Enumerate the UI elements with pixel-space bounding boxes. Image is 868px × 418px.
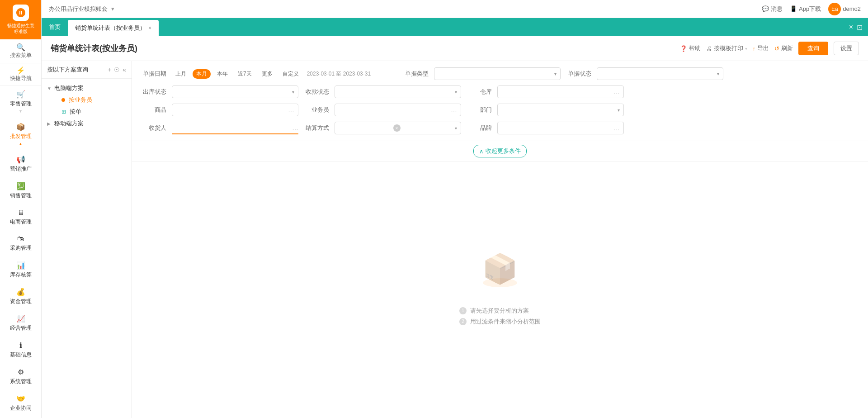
warehouse-label: 仓库 (467, 88, 492, 96)
settings-button[interactable]: 设置 (834, 42, 859, 55)
filter-area: 单据日期 上月 本月 本年 近7天 更多 自定义 2023-03-01 至 20… (132, 61, 868, 141)
sidebar-item-sales[interactable]: 💹 销售管理 (0, 177, 41, 204)
date-tab-this-month[interactable]: 本月 (193, 69, 211, 79)
date-tab-7days[interactable]: 近7天 (234, 69, 255, 79)
filter-row-2: 出库状态 ▾ 收款状态 ▾ 仓库 … (141, 86, 859, 98)
add-scheme-btn[interactable]: + (108, 66, 111, 73)
message-icon: 💬 (762, 5, 769, 12)
left-panel-title: 按以下方案查询 (47, 66, 88, 74)
tab-home[interactable]: 首页 (42, 18, 68, 36)
avatar: Ea (828, 3, 841, 15)
consignee-input-area[interactable]: … (172, 122, 298, 134)
sidebar-item-search-menu[interactable]: 🔍 搜索菜单 (0, 39, 41, 63)
settlement-dropdown[interactable]: × ▾ (335, 122, 461, 134)
date-tab-custom[interactable]: 自定义 (279, 69, 302, 79)
left-panel: 按以下方案查询 + ☉ « ▼ 电脑端方案 按业务员 (42, 61, 132, 418)
department-dropdown[interactable]: ▾ (497, 104, 624, 116)
sidebar-item-basic-info[interactable]: ℹ 基础信息 (0, 337, 41, 363)
warehouse-dropdown[interactable]: … (497, 86, 624, 98)
page-content: 销货单统计表(按业务员) ❓ 帮助 🖨 按模板打印 ▾ ↑ 导出 ↺ 刷新 (42, 36, 868, 418)
sidebar-item-purchase[interactable]: 🛍 采购管理 (0, 230, 41, 256)
tree-node-mobile[interactable]: ▶ 移动端方案 (42, 118, 132, 129)
help-icon: ❓ (680, 45, 687, 52)
tab-close-all-btn[interactable]: × (849, 23, 853, 31)
message-btn[interactable]: 💬 消息 (762, 5, 783, 13)
warehouse-dots-icon[interactable]: … (613, 88, 620, 95)
brand-dots-icon[interactable]: … (613, 124, 620, 132)
goods-dropdown[interactable]: … (172, 104, 298, 116)
sidebar-item-marketing[interactable]: 📢 营销推广 (0, 151, 41, 177)
department-label: 部门 (467, 106, 492, 114)
settlement-arrow-icon: ▾ (455, 126, 457, 131)
doc-type-arrow-icon: ▾ (554, 71, 557, 76)
sidebar-item-enterprise[interactable]: 🤝 企业协同 (0, 390, 41, 417)
receive-status-label: 收款状态 (304, 88, 329, 96)
user-name: demo2 (843, 5, 861, 12)
query-button[interactable]: 查询 (798, 42, 828, 55)
edit-scheme-btn[interactable]: ☉ (114, 66, 120, 73)
tab-sales-report-label: 销货单统计表（按业务员） (75, 24, 146, 32)
salesman-dots-icon[interactable]: … (451, 106, 457, 114)
receive-status-dropdown[interactable]: ▾ (335, 86, 461, 98)
breadcrumb-dropdown-icon[interactable]: ▾ (111, 5, 114, 12)
doc-type-dropdown[interactable]: ▾ (434, 67, 561, 80)
consignee-label: 收货人 (141, 124, 166, 132)
tab-close-btn[interactable]: × (148, 25, 151, 31)
receive-status-arrow-icon: ▾ (455, 90, 457, 95)
tree-node-by-order[interactable]: ⊞ 按单 (42, 106, 132, 118)
breadcrumb-text: 办公用品行业模拟账套 (49, 5, 108, 13)
collapse-btn[interactable]: ∧ 收起更多条件 (473, 145, 527, 157)
tree-label-mobile: 移动端方案 (54, 119, 84, 128)
tree-node-by-salesman[interactable]: 按业务员 (42, 94, 132, 106)
doc-type-label: 单据类型 (403, 70, 429, 78)
refresh-btn[interactable]: ↺ 刷新 (774, 44, 793, 52)
export-btn[interactable]: ↑ 导出 (753, 44, 769, 52)
template-print-btn[interactable]: 🖨 按模板打印 ▾ (706, 44, 747, 52)
sidebar-item-quick-nav[interactable]: ⚡ 快捷导航 (0, 63, 41, 86)
date-control: 上月 本月 本年 近7天 更多 自定义 2023-03-01 至 2023-03… (172, 69, 398, 79)
out-status-label: 出库状态 (141, 88, 166, 96)
sidebar-item-ecommerce[interactable]: 🖥 电商管理 (0, 204, 41, 230)
sidebar-item-wholesale[interactable]: 📦 批发管理 ▲ (0, 118, 41, 151)
tree-node-desktop[interactable]: ▼ 电脑端方案 (42, 82, 132, 94)
tab-bar: 首页 销货单统计表（按业务员） × × ⊡ (42, 18, 868, 36)
date-tab-more[interactable]: 更多 (258, 69, 276, 79)
inventory-icon: 📊 (16, 261, 25, 270)
sidebar-item-inventory[interactable]: 📊 库存核算 (0, 256, 41, 283)
out-status-dropdown[interactable]: ▾ (172, 86, 298, 98)
by-order-icon: ⊞ (61, 109, 66, 115)
filter-row-4: 收货人 … 结算方式 × ▾ 品牌 (141, 122, 859, 134)
ecommerce-icon: 🖥 (17, 209, 24, 217)
sidebar: 畅捷通好生意 标准版 🔍 搜索菜单 ⚡ 快捷导航 🛒 零售管理 ▼ 📦 批发管理… (0, 0, 42, 418)
tab-sales-report[interactable]: 销货单统计表（按业务员） × (68, 20, 159, 36)
date-tab-last-month[interactable]: 上月 (172, 69, 190, 79)
consignee-dots-icon[interactable]: … (292, 124, 298, 131)
tree-label-by-order: 按单 (70, 108, 81, 116)
help-btn[interactable]: ❓ 帮助 (680, 44, 701, 52)
user-area[interactable]: Ea demo2 (828, 3, 861, 15)
date-label: 单据日期 (141, 70, 166, 78)
tree-arrow-desktop: ▼ (47, 86, 52, 91)
sidebar-item-operations[interactable]: 📈 经营管理 (0, 310, 41, 337)
brand-dropdown[interactable]: … (497, 122, 624, 134)
tree-arrow-mobile: ▶ (47, 121, 52, 126)
settlement-clear-btn[interactable]: × (393, 124, 401, 132)
consignee-input[interactable] (172, 124, 289, 131)
sidebar-item-system[interactable]: ⚙ 系统管理 (0, 363, 41, 390)
chevron-up-icon: ∧ (479, 148, 484, 155)
sidebar-logo: 畅捷通好生意 标准版 (0, 0, 41, 39)
date-tabs: 上月 本月 本年 近7天 更多 自定义 (172, 69, 302, 79)
collapse-panel-btn[interactable]: « (123, 66, 126, 73)
sidebar-item-finance[interactable]: 💰 资金管理 (0, 283, 41, 310)
doc-status-dropdown[interactable]: ▾ (597, 67, 723, 80)
goods-dots-icon[interactable]: … (288, 106, 294, 114)
doc-status-label: 单据状态 (566, 70, 591, 78)
salesman-dropdown[interactable]: … (335, 104, 461, 116)
date-tab-this-year[interactable]: 本年 (213, 69, 231, 79)
tab-restore-btn[interactable]: ⊡ (857, 23, 863, 32)
app-download-icon: 📱 (790, 5, 797, 12)
app-download-btn[interactable]: 📱 App下载 (790, 5, 821, 13)
sidebar-item-retail[interactable]: 🛒 零售管理 ▼ (0, 86, 41, 118)
header-actions: 💬 消息 📱 App下载 Ea demo2 (762, 3, 861, 15)
logo-icon (13, 5, 29, 21)
